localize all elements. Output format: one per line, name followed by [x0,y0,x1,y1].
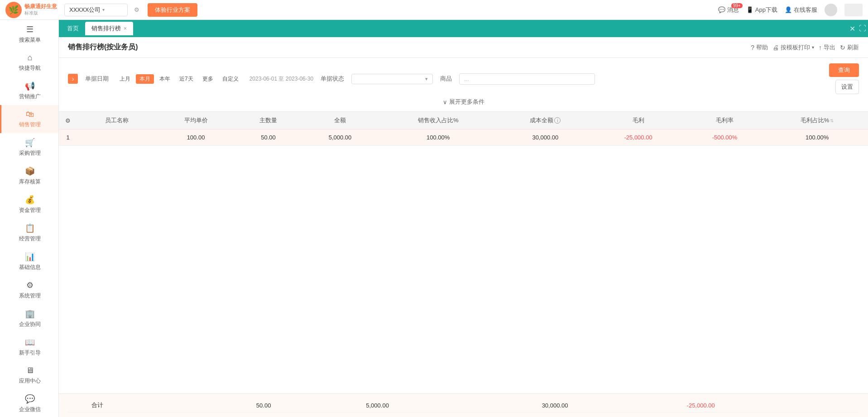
export-icon: ↑ [819,44,822,51]
sidebar-item-operation[interactable]: 📋 经营管理 [0,219,58,247]
top-bar: 🌿 畅康通好生意 标准版 XXXXX公司 ▾ ⚙ 体验行业方案 💬 消息 99+… [0,0,868,20]
settings-button[interactable]: 设置 [835,80,859,94]
sidebar-item-search[interactable]: ☰ 搜索菜单 [0,20,58,48]
sidebar-item-wechat[interactable]: 💬 企业微信 [0,389,58,417]
th-cost: 成本全额i [497,112,593,129]
sidebar-item-basic-info[interactable]: 📊 基础信息 [0,247,58,276]
filter-right-actions: 查询 设置 [829,63,859,94]
enterprise-icon: 🏢 [25,309,35,319]
expand-down-icon: ∨ [443,99,447,105]
status-chevron-icon: ▾ [425,76,428,82]
status-select[interactable]: ▾ [351,74,433,84]
table-row: 1 100.00 50.00 5,000.00 100.00% 30,000.0… [59,129,868,146]
date-tab-custom[interactable]: 自定义 [219,74,242,84]
sidebar-item-inventory[interactable]: 📦 库存核算 [0,162,58,190]
tab-close-window-icon[interactable]: ✕ [849,24,855,33]
cell-amount: 5,000.00 [301,129,379,146]
sidebar-item-sales[interactable]: 🛍 销售管理 [0,105,58,133]
template-print-btn[interactable]: 🖨 按模板打印 ▾ [772,43,814,52]
export-label: 导出 [824,43,835,52]
page-header: 销售排行榜(按业务员) ? 帮助 🖨 按模板打印 ▾ ↑ 导出 [59,37,868,58]
filter-expand-arrow[interactable]: › [68,74,78,84]
header-actions: ? 帮助 🖨 按模板打印 ▾ ↑ 导出 ↻ 刷新 [751,43,859,52]
avatar [825,4,837,16]
expand-more-conditions-btn[interactable]: ∨ 展开更多条件 [443,98,484,106]
cost-info-icon[interactable]: i [554,117,561,124]
marketing-icon: 📢 [25,81,35,91]
settings-icon-btn[interactable]: ⚙ [130,4,143,16]
sidebar-item-label: 销售管理 [19,121,41,129]
goods-select[interactable]: ... [459,73,595,85]
date-tabs: 上月 本月 本年 近7天 更多 自定义 [116,74,242,84]
help-label: 帮助 [756,43,768,52]
table-header-row: ⚙ 员工名称 平均单价 主数量 全额 销售收入占比% 成本全额i 毛利 毛利率 … [59,112,868,129]
cell-profit: -25,000.00 [593,129,683,146]
print-icon: 🖨 [772,44,779,51]
app-download-btn[interactable]: 📱 App下载 [746,6,777,14]
refresh-btn[interactable]: ↻ 刷新 [840,43,859,52]
table-body: 1 100.00 50.00 5,000.00 100.00% 30,000.0… [59,129,868,146]
sidebar-item-purchase[interactable]: 🛒 采购管理 [0,133,58,162]
footer-cell-avgprice [173,398,215,412]
sidebar-item-label: 资金管理 [19,206,41,214]
sidebar-item-app-center[interactable]: 🖥 应用中心 [0,361,58,389]
tab-restore-icon[interactable]: ⛶ [859,24,866,33]
sidebar-item-label: 企业协同 [19,321,41,328]
company-selector[interactable]: XXXXX公司 ▾ [64,4,128,16]
th-profit: 毛利 [593,112,683,129]
tab-home-label: 首页 [67,25,79,32]
cell-profit-pct: 100.00% [766,129,868,146]
footer-cell-salespct [442,398,484,412]
sidebar-item-label: 库存核算 [19,178,41,186]
company-name: XXXXX公司 [69,6,101,14]
expand-label: 展开更多条件 [449,98,484,106]
tab-home[interactable]: 首页 [61,22,85,35]
cell-avg-price: 100.00 [156,129,235,146]
message-icon: 💬 [718,6,725,13]
home-icon: ⌂ [28,53,33,62]
help-btn[interactable]: ? 帮助 [751,43,768,52]
date-tab-more[interactable]: 更多 [199,74,217,84]
sidebar-item-guide[interactable]: 📖 新手引导 [0,333,58,361]
tab-bar-right: ✕ ⛶ [849,24,866,33]
date-range: 2023-06-01 至 2023-06-30 [249,75,313,83]
export-btn[interactable]: ↑ 导出 [819,43,835,52]
message-btn[interactable]: 💬 消息 99+ [718,6,739,14]
sidebar-item-system[interactable]: ⚙ 系统管理 [0,276,58,304]
query-button[interactable]: 查询 [829,63,859,77]
sidebar-item-label: 营销推广 [19,93,41,101]
th-profit-pct: 毛利占比%⇅ [766,112,868,129]
help-icon: ? [751,44,754,51]
date-tab-prev-month[interactable]: 上月 [116,74,134,84]
filter-expand-row: ∨ 展开更多条件 [68,94,859,106]
sidebar-item-marketing[interactable]: 📢 营销推广 [0,77,58,105]
logo-icon: 🌿 [5,2,22,18]
app-download-label: App下载 [755,6,777,14]
main-layout: ☰ 搜索菜单 ⌂ 快捷导航 📢 营销推广 🛍 销售管理 🛒 采购管理 📦 库存核… [0,20,868,417]
th-gear[interactable]: ⚙ [59,112,77,129]
tab-close-icon[interactable]: × [124,25,127,32]
page-content: 销售排行榜(按业务员) ? 帮助 🖨 按模板打印 ▾ ↑ 导出 [59,37,868,417]
sidebar-item-quick-nav[interactable]: ⌂ 快捷导航 [0,48,58,77]
cell-cost: 30,000.00 [497,129,593,146]
th-amount: 全额 [301,112,379,129]
guide-icon: 📖 [25,337,35,347]
date-tab-current-month[interactable]: 本月 [136,74,154,84]
sidebar-item-label: 经营管理 [19,235,41,243]
sort-icon: ⇅ [830,118,834,123]
online-service-btn[interactable]: 👤 在线客服 [785,6,817,14]
sidebar-item-enterprise[interactable]: 🏢 企业协同 [0,304,58,333]
tab-sales-ranking[interactable]: 销售排行榜 × [85,22,133,35]
trial-button[interactable]: 体验行业方案 [148,3,197,17]
sidebar-item-finance[interactable]: 💰 资金管理 [0,190,58,219]
date-tab-7days[interactable]: 近7天 [176,74,197,84]
footer-quantity: 50.00 [215,398,313,412]
ranking-table: ⚙ 员工名称 平均单价 主数量 全额 销售收入占比% 成本全额i 毛利 毛利率 … [59,112,868,146]
cell-sales-pct: 100.00% [379,129,498,146]
message-badge: 99+ [731,3,743,8]
date-tab-current-year[interactable]: 本年 [156,74,174,84]
footer-total-label: 合计 [86,398,173,412]
sales-icon: 🛍 [26,110,34,119]
footer-amount: 5,000.00 [313,398,442,412]
cell-quantity: 50.00 [235,129,301,146]
